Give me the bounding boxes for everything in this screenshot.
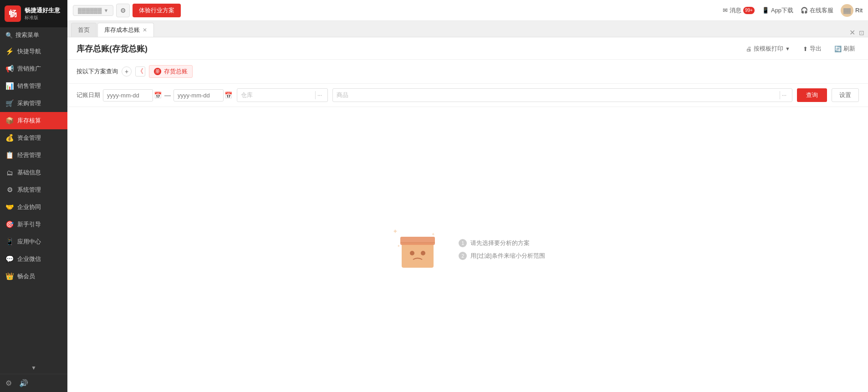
settings-button[interactable]: 设置 (832, 88, 859, 102)
sidebar-item-sales[interactable]: 📊 销售管理 (0, 77, 67, 95)
hint-num-2: 2 (459, 252, 467, 260)
filter-selected-scheme[interactable]: 册 存货总账 (149, 65, 193, 78)
nav-label: 新手引导 (17, 220, 41, 229)
print-button[interactable]: 🖨 按模板打印 ▼ (742, 43, 794, 55)
sidebar-search-label: 搜索菜单 (15, 31, 39, 39)
refresh-button[interactable]: 🔄 刷新 (831, 43, 859, 55)
brand-name: 畅捷通好生意 (25, 6, 60, 15)
topbar-right: ✉ 消息 99+ 📱 App下载 🎧 在线客服 ▓▓ Rit (723, 4, 863, 17)
svg-rect-0 (402, 243, 434, 268)
main-area: ▓▓▓▓▓▓ ▼ ⚙ 体验行业方案 ✉ 消息 99+ 📱 App下载 🎧 在线客… (67, 0, 868, 392)
enterprise-wx-icon: 💬 (5, 255, 14, 263)
sidebar-search[interactable]: 🔍 搜索菜单 (0, 27, 67, 43)
empty-svg: ✦ ✦ ✦ (390, 222, 445, 277)
sidebar-item-purchase[interactable]: 🛒 采购管理 (0, 95, 67, 112)
sidebar-bottom: ⚙ 🔊 (0, 374, 67, 392)
page-title: 库存总账(存货总账) (77, 43, 148, 54)
purchase-icon: 🛒 (5, 99, 14, 107)
industry-solution-button[interactable]: 体验行业方案 (133, 4, 181, 17)
nav-label: 营销推广 (17, 65, 41, 73)
query-button[interactable]: 查询 (797, 88, 827, 102)
finance-icon: 💰 (5, 134, 14, 142)
sidebar-item-finance[interactable]: 💰 资金管理 (0, 129, 67, 147)
sidebar-item-quick-nav[interactable]: ⚡ 快捷导航 (0, 43, 67, 60)
sidebar-item-member[interactable]: 👑 畅会员 (0, 268, 67, 285)
export-icon: ⬆ (803, 46, 808, 52)
app-download-button[interactable]: 📱 App下载 (762, 6, 793, 15)
svg-point-4 (421, 251, 425, 255)
calendar-end-icon[interactable]: 📅 (225, 92, 232, 99)
headset-icon: 🎧 (801, 7, 808, 14)
user-avatar: ▓▓ (841, 4, 853, 17)
path-chevron-icon: ▼ (104, 8, 109, 13)
sidebar-item-enterprise-wx[interactable]: 💬 企业微信 (0, 250, 67, 268)
newbie-icon: 🎯 (5, 220, 14, 229)
tab-home[interactable]: 首页 (71, 23, 97, 37)
sidebar-item-newbie[interactable]: 🎯 新手引导 (0, 216, 67, 233)
date-end-input[interactable] (174, 89, 224, 102)
product-select[interactable]: 商品 ··· (332, 88, 792, 102)
settings-bottom-icon[interactable]: ⚙ (5, 379, 12, 387)
warehouse-select[interactable]: 仓库 ··· (237, 88, 328, 102)
panel-close-button[interactable]: ✕ (849, 28, 855, 37)
tab-close-icon[interactable]: ✕ (143, 27, 147, 33)
svg-text:✦: ✦ (397, 244, 400, 248)
refresh-label: 刷新 (843, 45, 855, 53)
page-actions: 🖨 按模板打印 ▼ ⬆ 导出 🔄 刷新 (742, 43, 859, 55)
sidebar-item-base-info[interactable]: 🗂 基础信息 (0, 164, 67, 181)
filter-add-button[interactable]: + (122, 66, 132, 76)
brand-version: 标准版 (25, 15, 60, 21)
topbar-settings-button[interactable]: ⚙ (116, 4, 130, 17)
print-icon: 🖨 (746, 46, 752, 52)
export-button[interactable]: ⬆ 导出 (799, 43, 825, 55)
nav-label: 系统管理 (17, 186, 41, 194)
online-service-button[interactable]: 🎧 在线客服 (801, 6, 833, 15)
panel-resize-button[interactable]: ⊡ (859, 29, 864, 36)
search-icon: 🔍 (5, 32, 13, 39)
messages-button[interactable]: ✉ 消息 99+ (723, 6, 755, 15)
tab-home-label: 首页 (78, 26, 90, 34)
date-field: 记账日期 📅 — 📅 (77, 89, 232, 102)
scheme-label: 存货总账 (164, 67, 188, 76)
empty-state: ✦ ✦ ✦ 1 请先选择要分析的方案 2 用[过滤]条件来缩小分析范围 (67, 107, 868, 392)
topbar-left: ▓▓▓▓▓▓ ▼ ⚙ 体验行业方案 (73, 4, 719, 17)
messages-badge: 99+ (743, 7, 755, 14)
app-center-icon: 📱 (5, 238, 14, 246)
svg-rect-1 (400, 237, 435, 245)
empty-hints: 1 请先选择要分析的方案 2 用[过滤]条件来缩小分析范围 (459, 239, 545, 260)
system-icon: ⚙ (5, 186, 14, 194)
sidebar-item-marketing[interactable]: 📢 营销推广 (0, 60, 67, 77)
warehouse-more-icon[interactable]: ··· (315, 91, 324, 99)
scroll-down-arrow[interactable]: ▼ (30, 364, 37, 372)
empty-hint-2: 2 用[过滤]条件来缩小分析范围 (459, 252, 545, 260)
print-chevron-icon: ▼ (785, 46, 790, 51)
sidebar-item-app-center[interactable]: 📱 应用中心 (0, 233, 67, 250)
filter-collapse-button[interactable]: 《 (135, 66, 145, 76)
sidebar-item-enterprise[interactable]: 🤝 企业协同 (0, 199, 67, 216)
warehouse-placeholder: 仓库 (241, 91, 253, 99)
phone-icon: 📱 (762, 7, 769, 14)
product-more-icon[interactable]: ··· (780, 91, 788, 99)
nav-label: 企业协同 (17, 203, 41, 211)
export-label: 导出 (810, 45, 822, 53)
collapse-icon: 《 (137, 67, 143, 76)
hint-num-1: 1 (459, 239, 467, 247)
calendar-start-icon[interactable]: 📅 (154, 92, 162, 99)
empty-illustration: ✦ ✦ ✦ (390, 222, 445, 277)
marketing-icon: 📢 (5, 65, 14, 73)
sidebar-nav: ⚡ 快捷导航 📢 营销推广 📊 销售管理 🛒 采购管理 📦 库存核算 💰 资金管… (0, 43, 67, 362)
date-start-input[interactable] (103, 89, 153, 102)
refresh-icon: 🔄 (834, 46, 842, 52)
user-profile[interactable]: ▓▓ Rit (841, 4, 863, 17)
tab-inventory-cost[interactable]: 库存成本总账 ✕ (97, 23, 154, 37)
audio-bottom-icon[interactable]: 🔊 (19, 379, 28, 387)
query-row: 记账日期 📅 — 📅 仓库 ··· 商品 ··· 查询 设置 (67, 84, 868, 107)
sidebar-item-inventory[interactable]: 📦 库存核算 (0, 112, 67, 129)
sidebar-item-system[interactable]: ⚙ 系统管理 (0, 181, 67, 199)
sidebar-item-operations[interactable]: 📋 经营管理 (0, 147, 67, 164)
nav-label: 销售管理 (17, 82, 41, 90)
svg-text:✦: ✦ (431, 232, 435, 237)
topbar-path[interactable]: ▓▓▓▓▓▓ ▼ (73, 5, 113, 16)
nav-label: 快捷导航 (17, 47, 41, 56)
page-header: 库存总账(存货总账) 🖨 按模板打印 ▼ ⬆ 导出 🔄 刷新 (67, 37, 868, 60)
